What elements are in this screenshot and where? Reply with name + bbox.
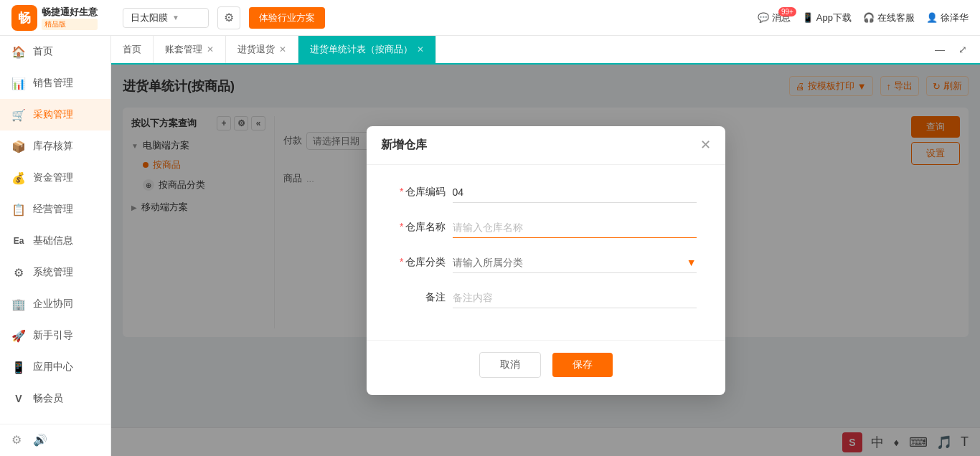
sidebar-item-purchase[interactable]: 🛒 采购管理: [0, 99, 110, 130]
mobile-icon: 📱: [802, 12, 814, 23]
sidebar-item-operations[interactable]: 📋 经营管理: [0, 194, 110, 225]
modal-close-button[interactable]: ✕: [700, 138, 711, 151]
top-right: 💬 消息 99+ 📱 App下载 🎧 在线客服 👤 徐泽华: [758, 11, 969, 24]
message-icon: 💬: [758, 12, 769, 23]
sidebar-bottom: ⚙ 🔊: [0, 424, 110, 456]
sidebar: 🏠 首页 📊 销售管理 🛒 采购管理 📦 库存核算 💰 资金管理 📋 经营管理 …: [0, 36, 111, 456]
sidebar-item-member[interactable]: V 畅会员: [0, 383, 110, 414]
tab-expand-btn[interactable]: ⤢: [954, 41, 971, 58]
online-service-button[interactable]: 🎧 在线客服: [863, 11, 915, 24]
form-row-note: 备注: [395, 288, 697, 308]
note-label: 备注: [395, 291, 453, 304]
sidebar-speaker-icon[interactable]: 🔊: [33, 433, 47, 447]
save-button[interactable]: 保存: [552, 353, 613, 377]
form-row-code: *仓库编码: [395, 182, 697, 203]
sidebar-item-apps[interactable]: 📱 应用中心: [0, 351, 110, 383]
sidebar-label-member: 畅会员: [33, 392, 63, 405]
top-bar: 畅 畅捷通好生意 精品版 日太阳膜 ▼ ⚙ 体验行业方案 💬 消息 99+ 📱 …: [0, 0, 980, 36]
cancel-button[interactable]: 取消: [479, 352, 541, 378]
tab-purchase-stats[interactable]: 进货单统计表（按商品） ✕: [298, 36, 436, 64]
sidebar-label-inventory: 库存核算: [33, 140, 73, 153]
system-icon: ⚙: [11, 265, 26, 280]
purchase-icon: 🛒: [11, 108, 26, 122]
sidebar-label-operations: 经营管理: [33, 203, 73, 216]
user-icon: 👤: [926, 12, 938, 23]
enterprise-icon: 🏢: [11, 297, 26, 311]
name-label: *仓库名称: [395, 221, 453, 234]
notification-badge: 99+: [778, 7, 796, 16]
tab-purchase-return[interactable]: 进货退货 ✕: [226, 36, 298, 64]
sidebar-item-finance[interactable]: 💰 资金管理: [0, 162, 110, 194]
warehouse-note-input[interactable]: [453, 288, 697, 308]
sidebar-label-purchase: 采购管理: [33, 108, 73, 121]
sidebar-label-home: 首页: [33, 45, 53, 58]
form-row-name: *仓库名称: [395, 217, 697, 238]
tab-minimize-btn[interactable]: —: [931, 41, 948, 58]
sidebar-item-home[interactable]: 🏠 首页: [0, 36, 110, 67]
logo-icon: 畅: [11, 5, 37, 31]
sidebar-label-system: 系统管理: [33, 266, 73, 279]
sidebar-item-inventory[interactable]: 📦 库存核算: [0, 130, 110, 162]
sidebar-item-enterprise[interactable]: 🏢 企业协同: [0, 288, 110, 320]
finance-icon: 💰: [11, 171, 26, 185]
sidebar-item-basic-info[interactable]: Ea 基础信息: [0, 225, 110, 257]
modal-title: 新增仓库: [381, 138, 427, 153]
sidebar-label-basic-info: 基础信息: [33, 234, 73, 247]
logo-area: 畅 畅捷通好生意 精品版: [11, 5, 123, 31]
sidebar-label-apps: 应用中心: [33, 361, 73, 374]
add-warehouse-modal: 新增仓库 ✕ *仓库编码: [367, 126, 725, 395]
app-download-button[interactable]: 📱 App下载: [802, 11, 852, 24]
settings-icon[interactable]: ⚙: [217, 6, 240, 29]
logo-badge: 精品版: [42, 19, 98, 30]
code-label: *仓库编码: [395, 186, 453, 199]
warehouse-name-input[interactable]: [453, 217, 697, 238]
store-selector[interactable]: 日太阳膜 ▼: [123, 8, 209, 28]
headset-icon: 🎧: [863, 12, 875, 23]
category-input[interactable]: [453, 257, 687, 268]
tab-home[interactable]: 首页: [111, 36, 154, 64]
user-menu[interactable]: 👤 徐泽华: [926, 11, 969, 24]
trial-button[interactable]: 体验行业方案: [249, 7, 325, 29]
sidebar-label-enterprise: 企业协同: [33, 298, 73, 310]
category-select-wrap[interactable]: ▼: [453, 252, 697, 273]
category-label: *仓库分类: [395, 256, 453, 269]
inventory-icon: 📦: [11, 139, 26, 153]
sidebar-label-finance: 资金管理: [33, 171, 73, 184]
sidebar-label-sales: 销售管理: [33, 77, 73, 90]
member-icon: V: [11, 391, 26, 406]
content-area: 首页 账套管理 ✕ 进货退货 ✕ 进货单统计表（按商品） ✕ — ⤢: [111, 36, 980, 456]
tab-return-label: 进货退货: [237, 43, 275, 56]
sales-icon: 📊: [11, 76, 26, 90]
tab-actions: — ⤢: [923, 41, 980, 58]
sidebar-item-guide[interactable]: 🚀 新手引导: [0, 320, 110, 351]
modal-overlay[interactable]: 新增仓库 ✕ *仓库编码: [111, 65, 980, 456]
main-layout: 🏠 首页 📊 销售管理 🛒 采购管理 📦 库存核算 💰 资金管理 📋 经营管理 …: [0, 36, 980, 456]
tab-home-label: 首页: [123, 43, 141, 56]
tab-accounts-close[interactable]: ✕: [207, 44, 214, 54]
top-center: 日太阳膜 ▼ ⚙ 体验行业方案: [123, 6, 758, 29]
basic-info-icon: Ea: [11, 234, 26, 248]
notifications-button[interactable]: 💬 消息 99+: [758, 11, 791, 24]
sidebar-item-system[interactable]: ⚙ 系统管理: [0, 257, 110, 288]
guide-icon: 🚀: [11, 328, 26, 343]
store-dropdown-icon: ▼: [172, 14, 179, 22]
operations-icon: 📋: [11, 202, 26, 217]
tab-bar: 首页 账套管理 ✕ 进货退货 ✕ 进货单统计表（按商品） ✕ — ⤢: [111, 36, 980, 65]
page-content: 进货单统计(按商品) 🖨 按模板打印 ▼ ↑ 导出 ↻ 刷新: [111, 65, 980, 456]
sidebar-item-sales[interactable]: 📊 销售管理: [0, 67, 110, 99]
warehouse-code-input[interactable]: [453, 182, 697, 203]
apps-icon: 📱: [11, 360, 26, 374]
logo-text: 畅捷通好生意: [42, 6, 98, 19]
modal-body: *仓库编码 *仓库名称: [367, 165, 725, 340]
modal-header: 新增仓库 ✕: [367, 126, 725, 165]
home-icon: 🏠: [11, 44, 26, 59]
tab-accounts-label: 账套管理: [165, 43, 202, 56]
sidebar-label-guide: 新手引导: [33, 329, 73, 342]
tab-accounts[interactable]: 账套管理 ✕: [154, 36, 226, 64]
category-dropdown-icon: ▼: [687, 257, 697, 268]
modal-footer: 取消 保存: [367, 340, 725, 395]
tab-return-close[interactable]: ✕: [279, 44, 286, 54]
tab-stats-label: 进货单统计表（按商品）: [310, 43, 413, 56]
sidebar-collapse-icon[interactable]: ⚙: [11, 433, 26, 447]
tab-stats-close[interactable]: ✕: [417, 44, 424, 54]
